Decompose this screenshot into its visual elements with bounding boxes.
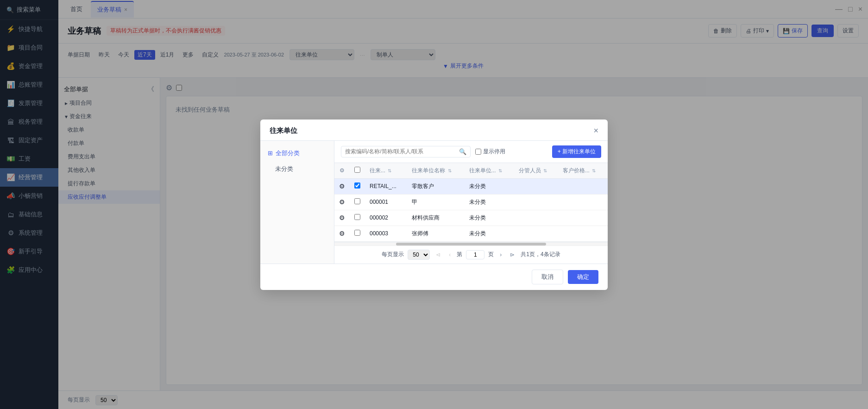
first-page-btn[interactable]: ⊲	[434, 251, 443, 259]
row-code: 000001	[365, 194, 407, 210]
row-category: 未分类	[465, 210, 514, 226]
row-checkbox[interactable]	[354, 182, 360, 189]
show-disabled-label[interactable]: 显示停用	[475, 148, 505, 156]
dialog-table-wrap: ⚙ 往来... ⇅ 往来单位名称 ⇅	[334, 163, 608, 242]
row-manager	[514, 226, 558, 241]
dialog-table-row[interactable]: ⚙ 000003 张师傅 未分类	[334, 226, 608, 241]
row-name: 张师傅	[407, 226, 464, 241]
dialog-table-header-row: ⚙ 往来... ⇅ 往来单位名称 ⇅	[334, 163, 608, 179]
dialog-table: ⚙ 往来... ⇅ 往来单位名称 ⇅	[334, 163, 608, 242]
dialog-nav-uncategorized[interactable]: 未分类	[260, 161, 334, 177]
row-checkbox-cell[interactable]	[350, 210, 365, 226]
row-category: 未分类	[465, 194, 514, 210]
partner-dialog: 往来单位 × ⊞ 全部分类 未分类 🔍	[260, 120, 608, 290]
row-category: 未分类	[465, 178, 514, 194]
row-settings-icon: ⚙	[334, 226, 350, 241]
dialog-search-input[interactable]	[345, 148, 456, 155]
row-code: 000002	[365, 210, 407, 226]
dialog-right: 🔍 显示停用 + 新增往来单位 ⚙	[334, 141, 608, 264]
dialog-right-toolbar: 🔍 显示停用 + 新增往来单位	[334, 141, 608, 163]
row-checkbox-cell[interactable]	[350, 226, 365, 241]
dialog-title: 往来单位	[270, 126, 297, 135]
last-page-btn[interactable]: ⊳	[508, 251, 517, 259]
row-manager	[514, 210, 558, 226]
row-checkbox[interactable]	[354, 230, 360, 236]
confirm-button[interactable]: 确定	[568, 270, 598, 284]
row-name: 甲	[407, 194, 464, 210]
dialog-nav-all[interactable]: ⊞ 全部分类	[260, 145, 334, 161]
row-price	[558, 178, 608, 194]
show-disabled-checkbox[interactable]	[475, 149, 481, 155]
row-price	[558, 226, 608, 241]
dialog-header: 往来单位 ×	[260, 120, 608, 141]
row-price	[558, 194, 608, 210]
row-code: 000003	[365, 226, 407, 241]
dialog-table-row[interactable]: ⚙ 000001 甲 未分类	[334, 194, 608, 210]
settings-icon: ⚙	[340, 167, 345, 174]
row-name: 材料供应商	[407, 210, 464, 226]
col-header-manager[interactable]: 分管人员 ⇅	[514, 163, 558, 179]
dialog-search-box[interactable]: 🔍	[341, 146, 471, 157]
row-checkbox-cell[interactable]	[350, 194, 365, 210]
row-category: 未分类	[465, 226, 514, 241]
sort-icon-price: ⇅	[592, 168, 596, 173]
prev-page-btn[interactable]: ‹	[447, 251, 453, 259]
dialog-pagination: 每页显示 50 ⊲ ‹ 第 页 › ⊳ 共1页，4条记录	[334, 245, 608, 264]
row-settings-icon: ⚙	[334, 194, 350, 210]
page-input[interactable]	[466, 250, 484, 259]
col-header-check[interactable]	[350, 163, 365, 179]
row-settings-icon: ⚙	[334, 210, 350, 226]
sort-icon-manager: ⇅	[543, 168, 547, 173]
col-header-settings[interactable]: ⚙	[334, 163, 350, 179]
dialog-footer: 取消 确定	[260, 264, 608, 290]
grid-icon: ⊞	[268, 150, 273, 157]
col-header-code[interactable]: 往来... ⇅	[365, 163, 407, 179]
col-header-category[interactable]: 往来单位... ⇅	[465, 163, 514, 179]
sort-icon-name: ⇅	[448, 168, 452, 173]
row-checkbox[interactable]	[354, 198, 360, 204]
dialog-left-nav: ⊞ 全部分类 未分类	[260, 141, 334, 264]
dialog-body: ⊞ 全部分类 未分类 🔍 显示停用	[260, 141, 608, 264]
col-header-price[interactable]: 客户价格... ⇅	[558, 163, 608, 179]
sort-icon-category: ⇅	[498, 168, 502, 173]
per-page-label: 每页显示	[382, 251, 404, 258]
modal-overlay[interactable]: 往来单位 × ⊞ 全部分类 未分类 🔍	[0, 0, 868, 409]
search-icon: 🔍	[459, 148, 466, 155]
new-partner-button[interactable]: + 新增往来单位	[552, 145, 601, 158]
row-checkbox[interactable]	[354, 214, 360, 220]
select-all-dialog-checkbox[interactable]	[354, 167, 360, 173]
page-suffix: 页	[488, 251, 494, 258]
total-records: 共1页，4条记录	[521, 251, 560, 258]
per-page-select[interactable]: 50	[408, 250, 430, 260]
dialog-scrollbar[interactable]	[334, 242, 608, 245]
cancel-button[interactable]: 取消	[532, 270, 563, 284]
row-checkbox-cell[interactable]	[350, 178, 365, 194]
row-manager	[514, 194, 558, 210]
sort-icon-code: ⇅	[388, 168, 391, 173]
next-page-btn[interactable]: ›	[497, 251, 504, 259]
row-manager	[514, 178, 558, 194]
row-code: RETAIL_...	[365, 178, 407, 194]
dialog-table-row[interactable]: ⚙ 000002 材料供应商 未分类	[334, 210, 608, 226]
col-header-name[interactable]: 往来单位名称 ⇅	[407, 163, 464, 179]
dialog-table-row[interactable]: ⚙ RETAIL_... 零散客户 未分类	[334, 178, 608, 194]
scrollbar-thumb	[396, 243, 547, 245]
row-settings-icon: ⚙	[334, 178, 350, 194]
page-label: 第	[457, 251, 462, 258]
row-name: 零散客户	[407, 178, 464, 194]
dialog-close-button[interactable]: ×	[593, 126, 598, 136]
row-price	[558, 210, 608, 226]
